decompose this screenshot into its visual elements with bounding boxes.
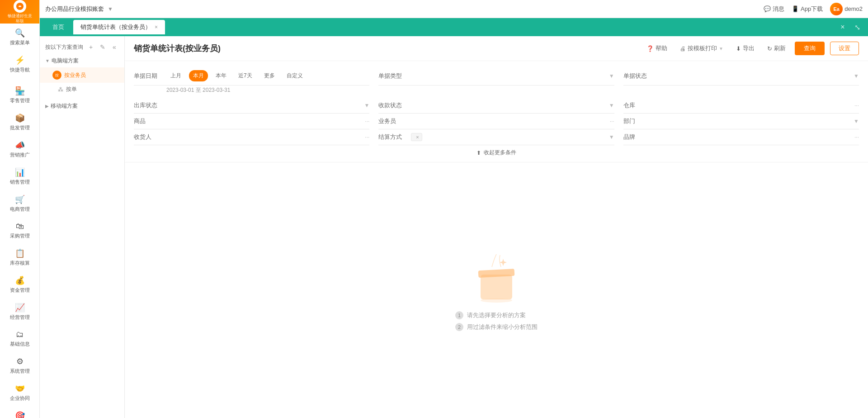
goods-label: 商品 <box>134 117 166 125</box>
empty-hints: 1 请先选择要分析的方案 2 用过滤条件来缩小分析范围 <box>455 311 538 331</box>
export-label: 导出 <box>743 44 755 52</box>
user-menu[interactable]: Ea demo2 <box>830 3 863 15</box>
sidebar-item-label-retail: 零售管理 <box>10 97 30 104</box>
warehouse-label: 仓库 <box>623 101 656 109</box>
receiver-filter: 收货人 ··· <box>134 129 369 145</box>
account-dropdown-icon[interactable]: ▼ <box>108 6 113 12</box>
desktop-arrow-icon: ▼ <box>45 58 50 63</box>
payment-label: 结算方式 <box>378 133 411 141</box>
date-btn-more[interactable]: 更多 <box>260 70 279 81</box>
mobile-group-header[interactable]: ▶ 移动端方案 <box>40 100 124 113</box>
salesperson-filter: 业务员 ··· <box>378 114 614 129</box>
date-filter: 单据日期 上月 本月 本年 近7天 更多 自定义 <box>134 66 369 86</box>
tab-active-label: 销货单统计表（按业务员） <box>80 23 151 31</box>
filter-row-1: 单据日期 上月 本月 本年 近7天 更多 自定义 <box>134 66 859 86</box>
desktop-group-label: 电脑端方案 <box>52 57 79 65</box>
svg-point-3 <box>481 298 512 303</box>
type-dropdown-icon[interactable]: ▼ <box>609 73 614 79</box>
print-button[interactable]: 🖨 按模板打印 ▼ <box>676 43 727 54</box>
sidebar-item-label-ecommerce: 电商管理 <box>10 206 30 213</box>
help-label: 帮助 <box>656 44 667 52</box>
scheme-by-salesperson[interactable]: 按 按业务员 <box>40 67 124 83</box>
department-label: 部门 <box>623 117 656 125</box>
sidebar-item-marketing[interactable]: 📣 营销推广 <box>0 136 40 163</box>
scheme-by-order[interactable]: ⁂ 按单 <box>40 83 124 96</box>
date-label: 单据日期 <box>134 72 166 80</box>
receiver-dots-icon[interactable]: ··· <box>365 134 369 140</box>
payment-tag-close[interactable]: × <box>416 134 419 140</box>
pay-status-filter: 收款状态 ▼ <box>378 98 614 114</box>
salesperson-dots-icon[interactable]: ··· <box>610 118 614 124</box>
payment-dropdown-icon[interactable]: ▼ <box>609 134 614 140</box>
salesperson-scheme-icon: 按 <box>52 71 61 80</box>
out-status-dropdown-icon[interactable]: ▼ <box>364 102 369 109</box>
sidebar-item-retail[interactable]: 🏪 零售管理 <box>0 81 40 109</box>
type-label: 单据类型 <box>378 72 411 80</box>
help-button[interactable]: ❓ 帮助 <box>643 43 671 54</box>
tab-home[interactable]: 首页 <box>45 20 71 34</box>
sidebar-item-finance[interactable]: 💰 资金管理 <box>0 271 40 298</box>
logo-icon <box>14 0 26 13</box>
sidebar-item-label-finance: 资金管理 <box>10 287 30 294</box>
department-filter: 部门 ▼ <box>623 114 859 129</box>
department-dropdown-icon[interactable]: ▼ <box>854 118 859 124</box>
brand-dots-icon[interactable]: ··· <box>854 134 859 140</box>
newbie-icon: 🎯 <box>15 411 25 418</box>
date-btn-custom[interactable]: 自定义 <box>283 70 307 81</box>
collapse-panel-button[interactable]: « <box>110 43 119 52</box>
sidebar-item-ecommerce[interactable]: 🛒 电商管理 <box>0 190 40 217</box>
order-scheme-label: 按单 <box>66 86 77 93</box>
status-label: 单据状态 <box>623 72 656 80</box>
warehouse-dots-icon[interactable]: ··· <box>854 102 859 109</box>
desktop-scheme-group: ▼ 电脑端方案 按 按业务员 ⁂ 按单 <box>40 54 124 100</box>
settings-button[interactable]: 设置 <box>830 42 859 55</box>
quick-nav-icon: ⚡ <box>15 55 25 65</box>
goods-dots-icon[interactable]: ··· <box>365 118 369 124</box>
app-logo[interactable]: 畅捷通好生意 标版 <box>0 0 40 24</box>
page-header: 销货单统计表(按业务员) ❓ 帮助 🖨 按模板打印 ▼ ⬇ 导出 <box>125 36 868 61</box>
download-icon: 📱 <box>792 5 799 12</box>
purchase-icon: 🛍 <box>16 222 24 231</box>
sidebar-item-inventory[interactable]: 📋 库存核算 <box>0 244 40 271</box>
print-dropdown-icon: ▼ <box>719 46 723 51</box>
sidebar-item-operations[interactable]: 📈 经营管理 <box>0 298 40 325</box>
collapse-filters-button[interactable]: ⬆ 收起更多条件 <box>134 145 859 157</box>
sidebar-item-basic[interactable]: 🗂 基础信息 <box>0 325 40 352</box>
sidebar-item-sales[interactable]: 📊 销售管理 <box>0 163 40 190</box>
desktop-group-header[interactable]: ▼ 电脑端方案 <box>40 54 124 67</box>
svg-rect-1 <box>481 275 512 299</box>
sidebar-item-system[interactable]: ⚙ 系统管理 <box>0 352 40 379</box>
pay-status-dropdown-icon[interactable]: ▼ <box>609 102 614 109</box>
sidebar-item-purchase[interactable]: 🛍 采购管理 <box>0 217 40 244</box>
add-scheme-button[interactable]: + <box>86 43 95 52</box>
sidebar-item-wholesale[interactable]: 📦 批发管理 <box>0 109 40 136</box>
sidebar-item-quick-nav[interactable]: ⚡ 快捷导航 <box>0 51 40 78</box>
sidebar-item-label-inventory: 库存核算 <box>10 260 30 266</box>
date-btn-7days[interactable]: 近7天 <box>234 70 256 81</box>
edit-scheme-button[interactable]: ✎ <box>98 43 107 52</box>
window-close-button[interactable]: × <box>837 22 848 33</box>
app-download-button[interactable]: 📱 App下载 <box>792 5 823 13</box>
app-download-label: App下载 <box>801 5 823 13</box>
sidebar-item-label-operations: 经营管理 <box>10 314 30 321</box>
date-btn-this-month[interactable]: 本月 <box>189 70 208 81</box>
refresh-button[interactable]: ↻ 刷新 <box>764 43 789 54</box>
date-options: 上月 本月 本年 近7天 更多 自定义 <box>166 70 307 81</box>
date-btn-last-month[interactable]: 上月 <box>166 70 185 81</box>
tab-active[interactable]: 销货单统计表（按业务员） × <box>73 20 165 34</box>
sidebar-item-enterprise[interactable]: 🤝 企业协同 <box>0 379 40 406</box>
sidebar-item-newbie[interactable]: 🎯 新手引导 <box>0 406 40 418</box>
page-actions: ❓ 帮助 🖨 按模板打印 ▼ ⬇ 导出 ↻ 刷新 <box>643 42 859 55</box>
sidebar-item-search-menu[interactable]: 🔍 搜索菜单 <box>0 24 40 51</box>
message-button[interactable]: 💬 消息 <box>764 5 784 13</box>
query-button[interactable]: 查询 <box>795 42 825 55</box>
payment-value[interactable]: × <box>411 133 609 141</box>
expand-button[interactable]: ⤡ <box>852 22 863 33</box>
inventory-icon: 📋 <box>15 248 25 258</box>
tab-close-icon[interactable]: × <box>155 24 158 30</box>
help-icon: ❓ <box>646 45 654 52</box>
export-icon: ⬇ <box>736 45 741 52</box>
export-button[interactable]: ⬇ 导出 <box>732 43 758 54</box>
date-btn-this-year[interactable]: 本年 <box>212 70 231 81</box>
status-dropdown-icon[interactable]: ▼ <box>854 73 859 79</box>
